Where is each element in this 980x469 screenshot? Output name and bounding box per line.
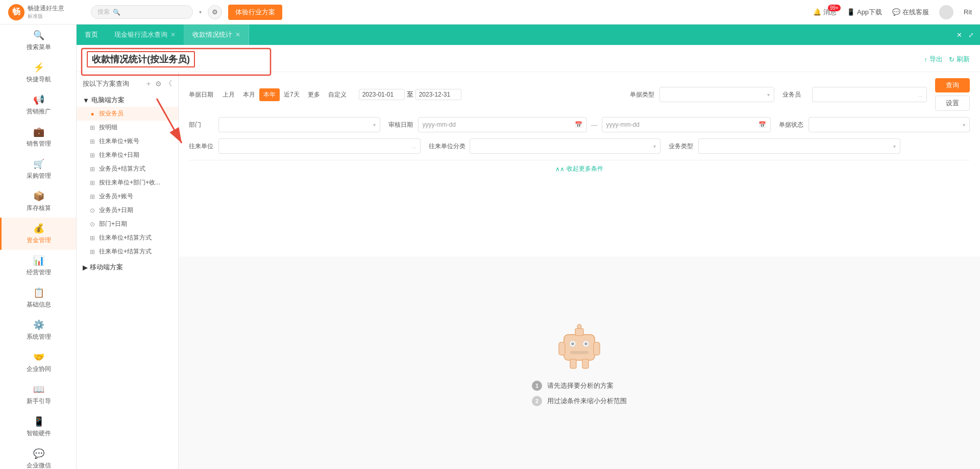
scheme-item-icon-salesperson: ● [89, 110, 96, 118]
scheme-item-partner-date[interactable]: ⊞ 往来单位+日期 [77, 148, 178, 162]
sidebar-label-purchase: 采购管理 [27, 172, 51, 180]
search-icon: 🔍 [33, 30, 44, 41]
top-search-bar[interactable]: 搜索 🔍 [91, 5, 193, 19]
sidebar-item-system[interactable]: ⚙️ 系统管理 [0, 314, 76, 346]
scheme-item-icon-ps2: ⊞ [89, 248, 96, 255]
scheme-group-mobile-title[interactable]: ▶ 移动端方案 [77, 261, 178, 274]
marketing-icon: 📢 [33, 94, 44, 105]
filter-biztype-item: 业务类型 ▾ [669, 138, 900, 154]
scheme-item-partner-settle2[interactable]: ⊞ 往来单位+结算方式 [77, 245, 178, 259]
tab-bank-flow-close[interactable]: ✕ [170, 31, 176, 38]
date-btn-7days[interactable]: 近7天 [280, 88, 304, 101]
settings-button[interactable]: ⚙ [208, 5, 222, 19]
scheme-item-icon-pd2: ⊞ [89, 179, 96, 186]
guide-icon: 📖 [33, 384, 44, 395]
sidebar-item-hardware[interactable]: 📱 智能硬件 [0, 411, 76, 443]
sidebar-label-marketing: 营销推广 [27, 107, 51, 116]
add-scheme-icon[interactable]: ＋ [145, 79, 152, 88]
partner-category-input[interactable]: ▾ [470, 138, 660, 154]
date-to-input[interactable] [415, 89, 461, 100]
salesperson-input[interactable]: ... [812, 87, 927, 102]
date-label: 单据日期 [189, 90, 214, 99]
tab-close-all-icon[interactable]: ✕ [957, 31, 962, 39]
svg-point-7 [571, 342, 574, 345]
app-download-button[interactable]: 📱 App下载 [847, 8, 882, 17]
scheme-item-partner-settle1[interactable]: ⊞ 往来单位+结算方式 [77, 231, 178, 245]
sidebar-item-guide[interactable]: 📖 新手引导 [0, 379, 76, 411]
partner-input[interactable]: ... [218, 138, 421, 154]
scheme-item-dept-date[interactable]: ⊙ 部门+日期 [77, 217, 178, 231]
review-from-input[interactable]: yyyy-mm-dd 📅 [418, 117, 587, 132]
refresh-button[interactable]: ↻ 刷新 [949, 55, 970, 64]
calendar-icon-from[interactable]: 📅 [575, 121, 582, 128]
sidebar-item-operations[interactable]: 📊 经营管理 [0, 250, 76, 282]
scheme-item-icon-sd: ⊙ [89, 207, 96, 214]
setting-button[interactable]: 设置 [935, 96, 970, 111]
scheme-item-partner-account[interactable]: ⊞ 往来单位+账号 [77, 134, 178, 148]
scheme-item-detail[interactable]: ⊞ 按明细 [77, 121, 178, 134]
review-to-input[interactable]: yyyy-mm-dd 📅 [602, 117, 771, 132]
message-icon: 🔔 [813, 8, 821, 16]
empty-step-1: 1 请先选择要分析的方案 [532, 381, 627, 391]
message-button[interactable]: 🔔 消息 99+ [813, 8, 837, 17]
tab-collection-stats[interactable]: 收款情况统计 ✕ [184, 25, 249, 45]
tab-home[interactable]: 首页 [77, 25, 106, 45]
scheme-item-partner-dept[interactable]: ⊞ 按往来单位+部门+收... [77, 176, 178, 190]
date-btn-more[interactable]: 更多 [304, 88, 324, 101]
sidebar-item-quicknav[interactable]: ⚡ 快捷导航 [0, 57, 76, 89]
message-badge: 99+ [828, 5, 841, 11]
sidebar-label-system: 系统管理 [27, 333, 51, 341]
doctype-label: 单据类型 [630, 90, 655, 99]
doctype-input[interactable]: ▾ [659, 87, 774, 102]
tab-bank-flow[interactable]: 现金银行流水查询 ✕ [106, 25, 184, 45]
filter-salesperson-item: 业务员 ... [782, 87, 927, 102]
date-btn-custom[interactable]: 自定义 [324, 88, 351, 101]
step-1-text: 请先选择要分析的方案 [547, 381, 614, 390]
salesperson-more-icon[interactable]: ... [918, 92, 922, 98]
partner-more-icon[interactable]: ... [412, 144, 416, 149]
sidebar-item-wechat[interactable]: 💬 企业微信 [0, 443, 76, 469]
date-btn-this-month[interactable]: 本月 [239, 88, 259, 101]
calendar-icon-to[interactable]: 📅 [758, 121, 766, 128]
export-button[interactable]: ↑ 导出 [924, 55, 943, 64]
date-btn-last-month[interactable]: 上月 [218, 88, 239, 101]
sidebar: 🔍 搜索菜单 ⚡ 快捷导航 📢 营销推广 💼 销售管理 🛒 采购管理 📦 库存核… [0, 25, 77, 469]
sidebar-item-inventory[interactable]: 📦 库存核算 [0, 185, 76, 218]
sidebar-item-basic[interactable]: 📋 基础信息 [0, 282, 76, 314]
trial-button[interactable]: 体验行业方案 [228, 5, 282, 20]
scheme-group-mobile: ▶ 移动端方案 [77, 261, 178, 274]
scheme-item-by-salesperson[interactable]: ● 按业务员 [77, 107, 178, 121]
sidebar-item-search[interactable]: 🔍 搜索菜单 [0, 25, 76, 57]
scheme-item-salesperson-settle[interactable]: ⊞ 业务员+结算方式 [77, 162, 178, 176]
scheme-panel: 按以下方案查询 ＋ ⚙ 《 ▼ 电脑端方案 [77, 72, 179, 469]
biztype-input[interactable]: ▾ [698, 138, 900, 154]
scheme-item-icon-ss: ⊞ [89, 166, 96, 173]
sidebar-item-finance[interactable]: 💰 资金管理 [0, 218, 76, 250]
sidebar-item-purchase[interactable]: 🛒 采购管理 [0, 153, 76, 185]
partner-label: 往来单位 [189, 142, 214, 151]
dept-input[interactable]: ▾ [218, 117, 380, 132]
collapse-bar[interactable]: ∧∧ 收起更多条件 [189, 160, 970, 177]
online-service-button[interactable]: 💬 在线客服 [892, 8, 929, 17]
sidebar-item-collab[interactable]: 🤝 企业协同 [0, 346, 76, 379]
dropdown-arrow-icon[interactable]: ▾ [199, 9, 202, 15]
tab-collection-stats-close[interactable]: ✕ [235, 31, 240, 38]
settings-scheme-icon[interactable]: ⚙ [155, 80, 162, 88]
query-button[interactable]: 查询 [935, 78, 970, 92]
system-icon: ⚙️ [33, 319, 44, 331]
collapse-scheme-icon[interactable]: 《 [165, 79, 172, 88]
scheme-item-salesperson-account[interactable]: ⊞ 业务员+账号 [77, 190, 178, 203]
right-panel: 单据日期 上月 本月 本年 近7天 更多 自定义 [179, 72, 980, 469]
scheme-item-salesperson-date[interactable]: ⊙ 业务员+日期 [77, 203, 178, 217]
sidebar-item-sales[interactable]: 💼 销售管理 [0, 121, 76, 153]
collapse-label: 收起更多条件 [567, 165, 603, 173]
tab-maximize-icon[interactable]: ⤢ [968, 31, 974, 39]
filter-dept-item: 部门 ▾ [189, 117, 380, 132]
date-from-input[interactable] [359, 89, 405, 100]
docstatus-input[interactable]: ▾ [808, 117, 970, 132]
empty-step-2: 2 用过滤条件来缩小分析范围 [532, 396, 627, 406]
date-btn-this-year[interactable]: 本年 [259, 88, 280, 101]
scheme-group-desktop-title[interactable]: ▼ 电脑端方案 [77, 93, 178, 107]
user-avatar[interactable] [939, 5, 953, 19]
sidebar-item-marketing[interactable]: 📢 营销推广 [0, 89, 76, 121]
